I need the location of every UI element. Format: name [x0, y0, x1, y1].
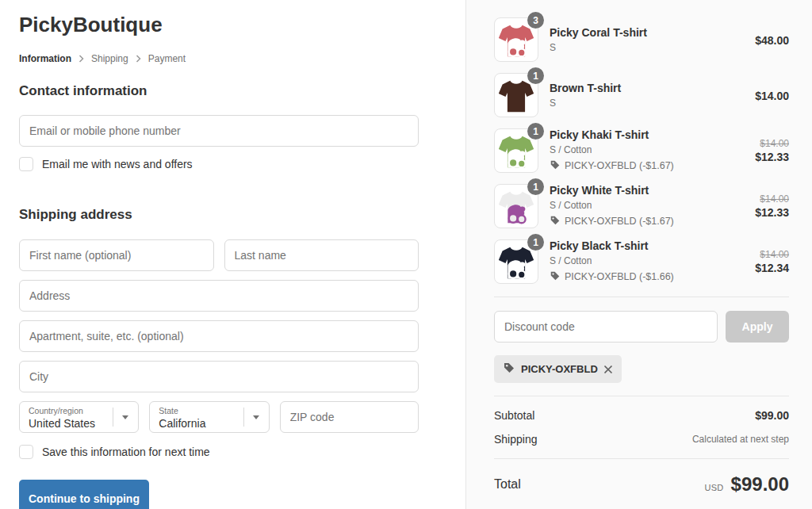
compare-at-price: $14.00	[755, 138, 789, 149]
continue-to-shipping-button[interactable]: Continue to shipping	[19, 480, 149, 509]
remove-discount-icon[interactable]	[603, 365, 613, 374]
line-discount-label: PICKY-OXFBLD (-$1.67)	[565, 216, 674, 227]
product-variant: S	[550, 42, 647, 53]
product-variant: S / Cotton	[550, 255, 674, 266]
apartment-input[interactable]	[19, 320, 419, 352]
product-title: Picky Black T-shirt	[550, 239, 674, 253]
tag-icon	[550, 270, 561, 284]
discount-code-input[interactable]	[494, 311, 718, 343]
breadcrumb-information: Information	[19, 53, 71, 64]
product-thumbnail: 1	[494, 128, 538, 173]
order-item-row: 1 Picky White T-shirt S / Cotton PICKY-O…	[494, 184, 789, 228]
tag-icon	[550, 159, 561, 173]
country-select[interactable]: Country/region United States	[19, 401, 139, 433]
store-title: PickyBoutique	[19, 13, 419, 37]
quantity-badge: 1	[527, 123, 544, 140]
total-label: Total	[494, 477, 521, 492]
chevron-right-icon	[136, 55, 141, 63]
order-item-row: 3 Picky Coral T-shirt S $48.00	[494, 17, 789, 62]
applied-discount-chip: PICKY-OXFBLD	[494, 355, 622, 383]
product-price: $12.33	[755, 206, 789, 219]
select-divider	[113, 408, 113, 427]
subtotal-value: $99.00	[755, 409, 789, 422]
newsletter-checkbox[interactable]	[19, 157, 33, 171]
checkout-form-panel: PickyBoutique Information Shipping Payme…	[0, 0, 465, 509]
order-summary-panel: 3 Picky Coral T-shirt S $48.00 1 Brown T…	[465, 0, 812, 509]
newsletter-label: Email me with news and offers	[42, 158, 193, 170]
state-select-value: California	[159, 416, 243, 431]
product-price: $12.34	[755, 262, 789, 274]
shipping-heading: Shipping address	[19, 207, 419, 223]
state-select[interactable]: State California	[149, 401, 269, 433]
product-thumbnail: 1	[494, 239, 538, 284]
product-title: Brown T-shirt	[550, 82, 621, 95]
email-input[interactable]	[19, 115, 419, 147]
total-value: $99.00	[731, 473, 789, 496]
compare-at-price: $14.00	[755, 193, 789, 205]
product-title: Picky Coral T-shirt	[550, 26, 647, 40]
currency-code: USD	[704, 483, 723, 492]
city-input[interactable]	[19, 361, 419, 392]
tag-icon	[550, 215, 561, 228]
breadcrumb-shipping: Shipping	[91, 53, 128, 64]
product-price: $14.00	[755, 90, 789, 102]
subtotal-label: Subtotal	[494, 409, 534, 422]
country-select-label: Country/region	[29, 406, 113, 416]
chevron-down-icon	[122, 415, 128, 419]
product-title: Picky Khaki T-shirt	[550, 128, 674, 142]
order-item-row: 1 Picky Black T-shirt S / Cotton PICKY-O…	[494, 239, 789, 284]
shipping-section: Shipping address Country/region United S…	[19, 207, 419, 509]
product-title: Picky White T-shirt	[550, 184, 674, 197]
applied-discount-code: PICKY-OXFBLD	[521, 363, 598, 375]
chevron-right-icon	[79, 55, 84, 63]
grand-total-row: Total USD $99.00	[494, 473, 789, 496]
compare-at-price: $14.00	[755, 249, 789, 260]
product-price: $48.00	[755, 34, 789, 47]
product-variant: S / Cotton	[550, 144, 674, 155]
shipping-label: Shipping	[494, 433, 538, 446]
quantity-badge: 3	[527, 12, 544, 29]
product-variant: S / Cotton	[550, 200, 674, 211]
quantity-badge: 1	[527, 234, 544, 251]
zip-code-input[interactable]	[280, 401, 419, 433]
contact-section: Contact information Email me with news a…	[19, 83, 419, 171]
save-info-checkbox[interactable]	[19, 445, 33, 459]
save-info-label: Save this information for next time	[42, 446, 210, 458]
first-name-input[interactable]	[19, 239, 214, 271]
order-item-row: 1 Picky Khaki T-shirt S / Cotton PICKY-O…	[494, 128, 789, 173]
product-thumbnail: 3	[494, 17, 538, 62]
totals-section: Subtotal $99.00 Shipping Calculated at n…	[494, 409, 789, 446]
product-price: $12.33	[755, 151, 789, 163]
select-divider	[243, 408, 244, 427]
quantity-badge: 1	[527, 178, 544, 195]
line-discount-label: PICKY-OXFBLD (-$1.67)	[565, 160, 674, 171]
apply-discount-button[interactable]: Apply	[726, 311, 789, 343]
line-discount-label: PICKY-OXFBLD (-$1.66)	[565, 271, 674, 282]
state-select-label: State	[159, 406, 243, 416]
divider	[494, 396, 789, 396]
quantity-badge: 1	[527, 67, 544, 84]
last-name-input[interactable]	[224, 239, 419, 271]
country-select-value: United States	[29, 416, 113, 431]
product-variant: S	[550, 98, 621, 109]
chevron-down-icon	[253, 415, 259, 419]
contact-heading: Contact information	[19, 83, 419, 99]
shipping-value: Calculated at next step	[692, 434, 789, 445]
divider	[494, 458, 789, 459]
product-thumbnail: 1	[494, 184, 538, 228]
breadcrumb-payment: Payment	[148, 53, 186, 64]
address-input[interactable]	[19, 280, 419, 312]
tag-icon	[503, 362, 515, 377]
divider	[494, 297, 789, 297]
order-item-row: 1 Brown T-shirt S $14.00	[494, 73, 789, 117]
product-thumbnail: 1	[494, 73, 538, 117]
breadcrumb: Information Shipping Payment	[19, 53, 419, 64]
